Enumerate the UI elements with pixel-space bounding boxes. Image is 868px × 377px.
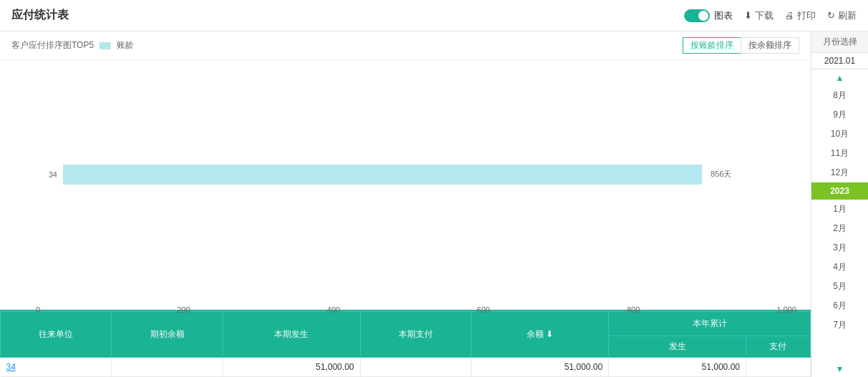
header: 应付统计表 图表 ⬇ 下载 🖨 打印 ↻ 刷新: [0, 0, 868, 31]
x-tick: 0: [36, 305, 40, 314]
sidebar: 月份选择 8月9月10月11月12月20231月2月3月4月5月6月7月: [811, 31, 868, 377]
table-cell: [746, 358, 810, 377]
month-input[interactable]: [811, 53, 868, 69]
download-icon: ⬇: [744, 10, 752, 21]
chart-toggle-label: 图表: [714, 9, 733, 22]
header-actions: 图表 ⬇ 下载 🖨 打印 ↻ 刷新: [684, 9, 857, 22]
sidebar-scroll: 8月9月10月11月12月20231月2月3月4月5月6月7月: [811, 86, 868, 361]
sidebar-month-item[interactable]: 11月: [811, 144, 868, 163]
chart-legend: 客户应付排序图TOP5 账龄: [11, 39, 134, 52]
table-cell: 51,000.00: [223, 358, 360, 377]
x-tick: 400: [327, 305, 340, 314]
sidebar-month-item[interactable]: 7月: [811, 315, 868, 335]
bar-fill: [63, 165, 702, 185]
table-header-row: 往来单位 期初余额 本期发生 本期支付 余额 ⬇ 本年累计: [1, 312, 811, 336]
sidebar-month-item[interactable]: 9月: [811, 105, 868, 124]
refresh-label: 刷新: [838, 9, 857, 22]
legend-title: 客户应付排序图TOP5: [11, 39, 94, 52]
sidebar-month-item[interactable]: 3月: [811, 238, 868, 258]
col-ben-nian-header: 本年累计: [609, 312, 811, 336]
bar-y-label: 34: [36, 170, 57, 179]
download-button[interactable]: ⬇ 下载: [744, 9, 774, 22]
chart-toggle-group: 图表: [684, 9, 733, 22]
col-unit-header: 往来单位: [1, 312, 112, 358]
page-title: 应付统计表: [11, 8, 69, 23]
x-tick: 600: [477, 305, 489, 314]
x-tick: 1,000: [776, 305, 796, 314]
sidebar-month-item[interactable]: 8月: [811, 86, 868, 105]
sidebar-up-button[interactable]: [811, 69, 868, 86]
refresh-icon: ↻: [827, 10, 835, 21]
sidebar-month-item[interactable]: 4月: [811, 258, 868, 277]
col-ben-nian-fa-sheng-header: 发生: [609, 336, 746, 358]
chart-sort: 按账龄排序 按余额排序: [683, 37, 799, 54]
legend-color-box: [99, 42, 111, 49]
col-ben-nian-zhi-fu-header: 支付: [746, 336, 810, 358]
table-area: 往来单位 期初余额 本期发生 本期支付 余额 ⬇ 本年累计 发生: [0, 310, 811, 377]
sidebar-header: 月份选择: [811, 31, 868, 53]
chart-header: 客户应付排序图TOP5 账龄 按账龄排序 按余额排序: [0, 31, 811, 60]
x-tick: 200: [177, 305, 190, 314]
table-cell: [112, 358, 223, 377]
chart-canvas: 34856天 02004006008001,000: [0, 60, 811, 310]
print-label: 打印: [797, 9, 816, 22]
data-table: 往来单位 期初余额 本期发生 本期支付 余额 ⬇ 本年累计 发生: [0, 311, 811, 377]
refresh-button[interactable]: ↻ 刷新: [827, 9, 857, 22]
print-icon: 🖨: [785, 10, 794, 21]
col-qi-chu-header: 期初余额: [112, 312, 223, 358]
col-ben-qi-fa-sheng-header: 本期发生: [223, 312, 360, 358]
sidebar-month-item[interactable]: 5月: [811, 277, 868, 296]
bar-row: 34856天: [36, 165, 796, 185]
table-cell: 51,000.00: [609, 358, 746, 377]
chart-toggle[interactable]: [684, 9, 710, 22]
table-row: 3451,000.0051,000.0051,000.00: [1, 358, 811, 377]
x-tick: 800: [627, 305, 640, 314]
legend-color-label: 账龄: [117, 39, 134, 52]
sidebar-down-button[interactable]: [811, 361, 868, 377]
sidebar-month-item[interactable]: 10月: [811, 124, 868, 144]
sort-by-age-button[interactable]: 按账龄排序: [683, 37, 741, 54]
sidebar-month-item[interactable]: 12月: [811, 163, 868, 182]
table-cell: [360, 358, 471, 377]
chart-area: 客户应付排序图TOP5 账龄 按账龄排序 按余额排序 34856天 020040…: [0, 31, 811, 377]
main-area: 客户应付排序图TOP5 账龄 按账龄排序 按余额排序 34856天 020040…: [0, 31, 868, 377]
col-yu-e-header: 余额 ⬇: [472, 312, 609, 358]
sort-by-balance-button[interactable]: 按余额排序: [741, 37, 799, 54]
print-button[interactable]: 🖨 打印: [785, 9, 816, 22]
sidebar-month-item[interactable]: 6月: [811, 296, 868, 315]
chevron-up-icon: [836, 72, 844, 83]
sidebar-month-item[interactable]: 2023: [811, 182, 868, 200]
sidebar-month-item[interactable]: 2月: [811, 219, 868, 238]
app-container: 应付统计表 图表 ⬇ 下载 🖨 打印 ↻ 刷新: [0, 0, 868, 377]
download-label: 下载: [755, 9, 774, 22]
bar-area: 34856天: [36, 67, 796, 303]
sidebar-month-item[interactable]: 1月: [811, 200, 868, 219]
col-ben-qi-zhi-fu-header: 本期支付: [360, 312, 471, 358]
x-axis: 02004006008001,000: [36, 303, 796, 314]
table-cell[interactable]: 34: [1, 358, 112, 377]
bar-end-label: 856天: [711, 169, 731, 180]
table-cell: 51,000.00: [472, 358, 609, 377]
chevron-down-icon: [836, 363, 844, 374]
